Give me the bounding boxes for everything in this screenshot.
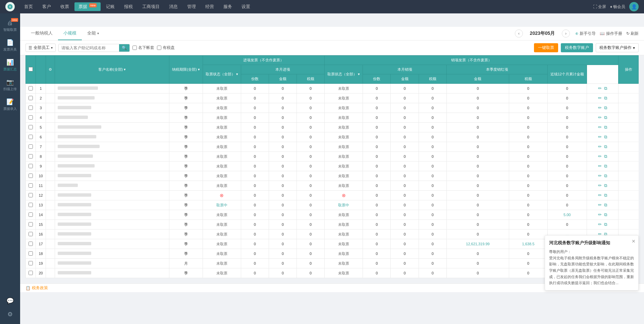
nav-tax[interactable]: 报税 [120,2,137,11]
edit-btn[interactable]: ✏ [598,125,602,130]
row-checkbox-cell[interactable] [26,268,36,278]
row-checkbox-cell[interactable] [26,191,36,200]
one-click-ticket-btn[interactable]: 一键取票 [534,43,558,52]
edit-btn[interactable]: ✏ [598,173,602,178]
th-income-status[interactable]: 取票状态（全部） ▾ [203,65,241,84]
row-checkbox[interactable] [29,261,33,265]
row-checkbox-cell[interactable] [26,84,36,93]
row-checkbox[interactable] [29,203,33,207]
row-checkbox[interactable] [29,106,33,110]
copy-btn[interactable]: ⧉ [604,164,607,169]
edit-btn[interactable]: ✏ [598,144,602,149]
row-checkbox[interactable] [29,96,33,100]
copy-btn[interactable]: ⧉ [604,193,607,198]
next-month-btn[interactable]: › [562,29,570,38]
edit-btn[interactable]: ✏ [598,212,602,217]
row-checkbox-cell[interactable] [26,152,36,161]
edit-btn[interactable]: ✏ [598,115,602,120]
manual-link[interactable]: 📖 操作手册 [600,31,622,37]
user-avatar[interactable]: 👤 [629,2,639,11]
row-checkbox-cell[interactable] [26,132,36,142]
member-btn[interactable]: ♦ 畅会员 [610,4,625,10]
th-customer[interactable]: 客户名称(全部) ▾ [55,56,169,84]
guide-link[interactable]: ⊕ 新手引导 [575,31,596,37]
copy-btn[interactable]: ⧉ [604,212,607,217]
row-checkbox[interactable] [29,135,33,139]
copy-btn[interactable]: ⧉ [604,222,607,227]
row-checkbox-cell[interactable] [26,103,36,113]
check-hastaxbox[interactable]: 有税盘 [157,45,175,51]
prev-month-btn[interactable]: ‹ [515,29,523,38]
nav-business[interactable]: 工商项目 [138,2,164,11]
refresh-link[interactable]: ↻ 刷新 [626,31,639,37]
edit-btn[interactable]: ✏ [598,202,602,207]
edit-btn[interactable]: ✏ [598,154,602,159]
copy-btn[interactable]: ⧉ [604,144,607,149]
sidebar-item-invoice-open[interactable]: 📄 发票开具 [0,36,20,55]
row-checkbox[interactable] [29,115,33,120]
nav-accounting[interactable]: 记账 [102,2,119,11]
notification-close-btn[interactable]: ✕ [632,238,636,245]
row-checkbox[interactable] [29,212,33,217]
row-checkbox[interactable] [29,271,33,275]
tab-small-scale[interactable]: 小规模 [58,27,82,40]
edit-btn[interactable]: ✏ [598,164,602,169]
row-checkbox[interactable] [29,183,33,188]
th-tax-period[interactable]: 纳税期限(全部) ▾ [169,56,203,84]
sidebar-item-ticket-summary[interactable]: 📊 票据汇总 [0,56,20,74]
nav-service[interactable]: 服务 [219,2,236,11]
row-checkbox[interactable] [29,164,33,168]
row-checkbox[interactable] [29,242,33,246]
edit-btn[interactable]: ✏ [598,183,602,188]
edit-btn[interactable]: ✏ [598,105,602,110]
nav-customer[interactable]: 客户 [38,2,55,11]
copy-btn[interactable]: ⧉ [604,86,607,91]
row-checkbox-cell[interactable] [26,113,36,123]
th-sales-status[interactable]: 取票状态（全部） ▾ [325,65,363,84]
copy-btn[interactable]: ⧉ [604,134,607,139]
copy-btn[interactable]: ⧉ [604,115,607,120]
fullscreen-btn[interactable]: ⛶ 全屏 [593,4,606,10]
nav-tickets[interactable]: 票据 new [74,2,101,11]
sidebar-item-chat[interactable]: 💬 [5,295,15,307]
row-checkbox-cell[interactable] [26,230,36,239]
row-checkbox-cell[interactable] [26,239,36,249]
row-checkbox-cell[interactable] [26,200,36,210]
copy-btn[interactable]: ⧉ [604,154,607,159]
row-checkbox-cell[interactable] [26,142,36,152]
row-checkbox[interactable] [29,125,33,129]
row-checkbox[interactable] [29,154,33,158]
row-checkbox-cell[interactable] [26,259,36,268]
nav-operation[interactable]: 经营 [201,2,218,11]
row-checkbox-cell[interactable] [26,220,36,230]
row-checkbox-cell[interactable] [26,93,36,103]
copy-btn[interactable]: ⧉ [604,105,607,110]
row-checkbox-cell[interactable] [26,249,36,259]
sidebar-item-scan-upload[interactable]: 📷 扫描上传 [0,76,20,94]
nav-home[interactable]: 首页 [20,2,37,11]
tab-general-taxpayer[interactable]: 一般纳税人 [25,27,58,40]
edit-btn[interactable]: ✏ [598,95,602,101]
row-checkbox-cell[interactable] [26,171,36,181]
tax-policy-link[interactable]: 📋 税务政策 [25,285,48,291]
sidebar-item-gear[interactable]: ⚙ [5,308,15,321]
row-checkbox-cell[interactable] [26,181,36,191]
search-btn[interactable]: 🔍 [119,44,129,52]
copy-btn[interactable]: ⧉ [604,202,607,207]
row-checkbox[interactable] [29,144,33,149]
row-checkbox-cell[interactable] [26,161,36,171]
row-checkbox[interactable] [29,222,33,226]
row-checkbox-cell[interactable] [26,210,36,220]
copy-btn[interactable]: ⧉ [604,95,607,101]
tax-digital-btn[interactable]: 税务数字账户 [561,43,593,52]
employee-select[interactable]: ☰ 全部员工 ▾ [25,44,56,52]
edit-btn[interactable]: ✏ [598,134,602,139]
row-checkbox[interactable] [29,193,33,197]
row-checkbox[interactable] [29,232,33,236]
check-myaccounts[interactable]: 名下帐套 [132,45,154,51]
search-input[interactable] [59,44,119,52]
copy-btn[interactable]: ⧉ [604,183,607,188]
edit-btn[interactable]: ✏ [598,86,602,91]
edit-btn[interactable]: ✏ [598,222,602,227]
tax-ops-dropdown[interactable]: 税务数字账户操作 ▾ [596,43,639,52]
